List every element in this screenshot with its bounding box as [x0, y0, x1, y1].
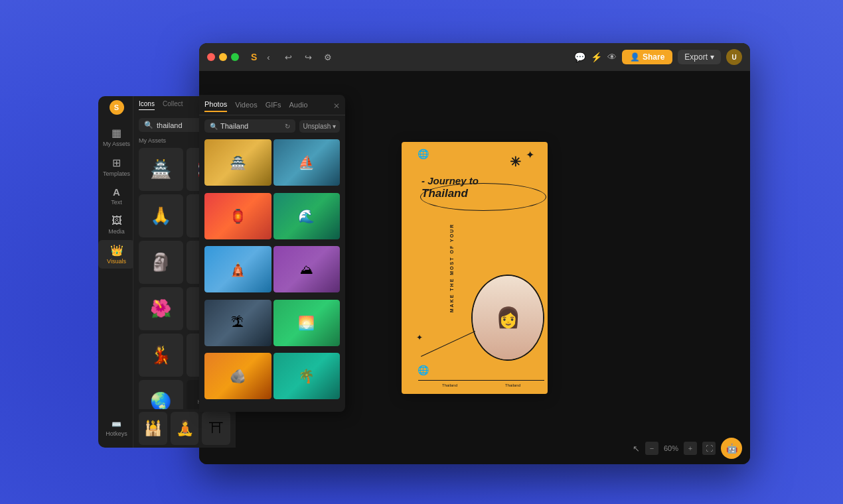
chevron-down-icon: ▾	[710, 52, 714, 62]
tab-gifs[interactable]: GIFs	[266, 101, 281, 111]
icon-item-statue[interactable]: 🗿	[139, 241, 183, 284]
design-card: 🌐 MAKE THE MOST OF YOUR ✳ ✦ - Journey to…	[402, 142, 548, 394]
media-search-row: 🔍 Thailand ↻ Unsplash ▾	[199, 115, 345, 137]
templates-label: Templates	[103, 170, 130, 177]
journey-headline: - Journey to Thailand	[422, 175, 544, 200]
text-label: Text	[111, 199, 122, 206]
photo-item-5[interactable]: 🛕	[204, 246, 271, 292]
sparkle-top-icon: ✦	[526, 149, 534, 161]
tab-videos[interactable]: Videos	[235, 101, 257, 111]
photo-item-10[interactable]: 🌴	[273, 353, 341, 399]
templates-icon: ⊞	[112, 157, 121, 169]
user-plus-icon: 👤	[630, 52, 640, 62]
hotkeys-label: Hotkeys	[106, 430, 127, 437]
photo-item-9[interactable]: 🪨	[204, 353, 271, 399]
photo-item-6[interactable]: ⛰	[273, 246, 341, 292]
avatar: U	[726, 49, 742, 65]
settings-button[interactable]: ⚙	[319, 48, 337, 66]
icon-item-stupa[interactable]: 🕌	[139, 412, 167, 445]
search-icon: 🔍	[144, 121, 153, 129]
assets-icon: ▦	[112, 127, 121, 139]
sidebar-item-my-assets[interactable]: ▦ My Assets	[98, 123, 135, 151]
close-button[interactable]	[207, 53, 215, 61]
provider-selector[interactable]: Unsplash ▾	[299, 120, 340, 133]
traffic-lights	[207, 53, 239, 61]
tab-photos[interactable]: Photos	[204, 100, 227, 112]
hotkeys-button[interactable]: ⌨️ Hotkeys	[98, 416, 135, 441]
globe-bottom-icon: 🌐	[418, 365, 429, 375]
search-magnifier-icon: 🔍	[210, 123, 218, 130]
diagonal-line	[421, 331, 475, 357]
icon-item-flower[interactable]: 🌺	[139, 287, 183, 330]
tab-audio[interactable]: Audio	[289, 101, 308, 111]
ai-assistant-button[interactable]: 🤖	[721, 438, 742, 459]
tab-icons[interactable]: Icons	[139, 100, 155, 110]
export-button[interactable]: Export ▾	[678, 50, 721, 64]
chevron-icon: ▾	[333, 123, 336, 130]
keyboard-icon: ⌨️	[112, 420, 121, 429]
media-search-input[interactable]: 🔍 Thailand ↻	[204, 119, 295, 133]
canvas-footer: ↖ − 60% + ⛶ 🤖	[633, 438, 742, 459]
person-photo: 👩	[471, 275, 544, 361]
main-toolbar: S ‹ ↩ ↪ ⚙	[251, 48, 337, 66]
close-media-panel-button[interactable]: ✕	[333, 101, 340, 111]
photo-item-8[interactable]: 🌅	[273, 300, 341, 346]
asterisk-icon: ✳	[510, 154, 521, 170]
photo-item-2[interactable]: ⛵	[273, 139, 341, 186]
lightning-icon: ⚡	[591, 52, 602, 62]
sidebar-item-media[interactable]: 🖼 Media	[98, 211, 135, 239]
photo-grid: 🏯 ⛵ 🏮 🌊 🛕 ⛰ 🏝 🌅 🪨 🌴	[199, 137, 345, 407]
titlebar: S ‹ ↩ ↪ ⚙ 💬 ⚡ 👁 👤 Share Export ▾ U	[199, 43, 750, 71]
photo-item-1[interactable]: 🏯	[204, 139, 271, 186]
undo-button[interactable]: ↩	[279, 48, 297, 66]
minimize-button[interactable]	[219, 53, 227, 61]
photo-item-4[interactable]: 🌊	[273, 193, 341, 239]
text-icon: A	[113, 186, 120, 198]
icon-item-buddha[interactable]: 🧘	[171, 412, 199, 445]
sidebar-item-templates[interactable]: ⊞ Templates	[98, 153, 135, 181]
search-value: Thailand	[220, 122, 248, 130]
app-logo-main: S	[251, 52, 257, 62]
icon-item-temple-small[interactable]: ⛩	[202, 412, 230, 445]
zoom-in-btn[interactable]: +	[684, 442, 697, 455]
icon-item-globe[interactable]: 🌏	[139, 380, 183, 409]
tab-collect[interactable]: Collect	[163, 100, 183, 110]
fit-screen-btn[interactable]: ⛶	[702, 442, 716, 455]
photo-item-3[interactable]: 🏮	[204, 193, 271, 239]
search-refresh-icon[interactable]: ↻	[285, 123, 290, 130]
my-assets-label: My Assets	[103, 141, 130, 147]
bottom-labels: Thailand Thailand	[418, 380, 544, 387]
share-button[interactable]: 👤 Share	[622, 50, 672, 64]
icon-item-pray[interactable]: 🙏	[139, 194, 183, 237]
cursor-tool[interactable]: ↖	[633, 444, 640, 454]
full-left-panel: S ▦ My Assets ⊞ Templates A Text 🖼 Media…	[98, 96, 135, 448]
main-toolbar-right: 💬 ⚡ 👁 👤 Share Export ▾ U	[574, 49, 742, 65]
maximize-button[interactable]	[231, 53, 239, 61]
globe-top-icon: 🌐	[418, 149, 429, 159]
zoom-out-btn[interactable]: −	[645, 442, 658, 455]
sparkle-left-icon: ✦	[416, 333, 423, 342]
zoom-level: 60%	[664, 444, 678, 452]
back-button[interactable]: ‹	[260, 48, 277, 66]
visuals-icon: 👑	[110, 244, 123, 257]
media-panel: Photos Videos GIFs Audio ✕ 🔍 Thailand ↻ …	[199, 95, 345, 412]
photo-item-7[interactable]: 🏝	[204, 300, 271, 346]
collab-icon: 💬	[574, 52, 585, 62]
media-icon: 🖼	[112, 215, 122, 227]
vertical-text: MAKE THE MOST OF YOUR	[449, 223, 454, 312]
sidebar-item-visuals[interactable]: 👑 Visuals	[98, 240, 135, 269]
media-label: Media	[108, 228, 125, 235]
visuals-label: Visuals	[107, 258, 126, 265]
sidebar-item-text[interactable]: A Text	[98, 182, 135, 210]
app-logo-small: S	[110, 100, 124, 115]
redo-button[interactable]: ↪	[299, 48, 317, 66]
icon-item-temple-gold[interactable]: 🏯	[139, 148, 183, 191]
icon-item-dancer[interactable]: 💃	[139, 334, 183, 377]
bottom-icons-row: 🕌 🧘 ⛩	[133, 409, 236, 448]
preview-icon[interactable]: 👁	[607, 52, 617, 62]
media-tabs: Photos Videos GIFs Audio ✕	[199, 95, 345, 115]
